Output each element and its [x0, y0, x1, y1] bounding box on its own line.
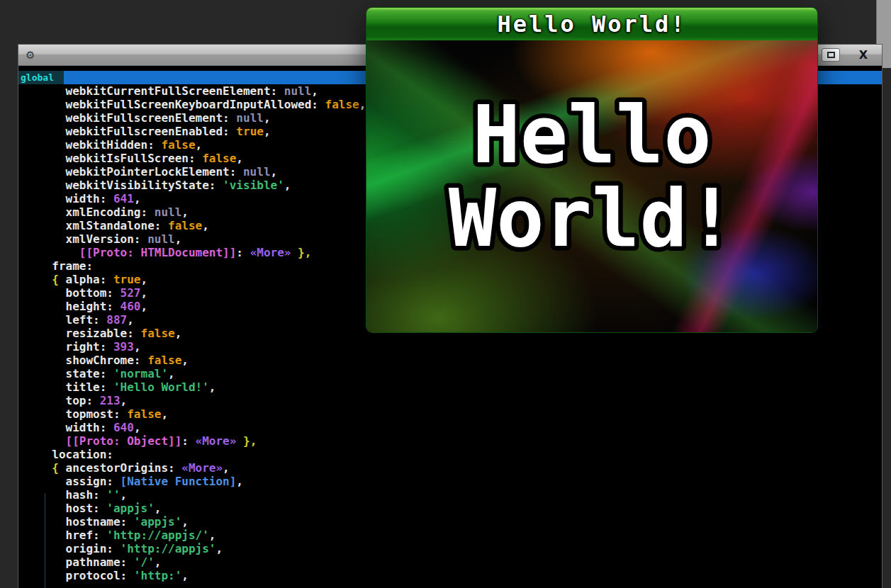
token-null: null: [236, 111, 264, 125]
token-plain: :: [127, 327, 140, 340]
token-key: xmlStandalone: [66, 219, 155, 232]
token-bool: true: [236, 125, 264, 138]
token-plain: ,: [134, 340, 141, 354]
console-line[interactable]: location:: [38, 448, 882, 461]
token-plain: :: [181, 434, 195, 448]
token-key: xmlEncoding: [66, 205, 141, 219]
token-plain: ,: [209, 380, 216, 394]
token-bool: false: [147, 354, 181, 367]
token-num: 460: [121, 300, 141, 313]
token-plain: ,: [141, 300, 148, 313]
token-plain: ,: [134, 421, 141, 434]
token-key: ancestorOrigins: [66, 461, 169, 475]
token-plain: :: [100, 421, 113, 434]
console-line[interactable]: right: 393,: [38, 340, 882, 354]
console-line[interactable]: width: 640,: [38, 421, 882, 434]
token-bool: false: [168, 219, 202, 232]
token-plain: :: [100, 367, 113, 380]
token-bool: false: [127, 407, 161, 421]
token-key: webkitFullscreenEnabled: [66, 125, 223, 138]
token-plain: ,: [264, 111, 271, 125]
token-key: webkitCurrentFullScreenElement: [66, 84, 271, 98]
console-line[interactable]: title: 'Hello World!',: [38, 380, 882, 394]
hello-window-body: Hello World!: [366, 40, 817, 332]
token-str: '': [106, 488, 120, 502]
token-key: host: [66, 502, 94, 515]
console-line[interactable]: assign: [Native Function],: [38, 475, 882, 488]
console-line[interactable]: href: 'http://appjs/',: [38, 528, 882, 542]
token-proto: [[Proto: Object]]: [66, 434, 182, 448]
hello-window-titlebar[interactable]: Hello World!: [366, 8, 817, 40]
token-plain: :: [100, 192, 113, 205]
console-line[interactable]: hash: '',: [38, 488, 882, 502]
maximize-button[interactable]: [822, 48, 840, 62]
more-link[interactable]: «More»: [250, 246, 291, 259]
token-plain: ,: [264, 125, 271, 138]
token-plain: :: [223, 111, 236, 125]
token-brace: {: [52, 461, 65, 475]
console-line[interactable]: pathname: '/',: [38, 555, 882, 569]
console-line[interactable]: hostname: 'appjs',: [38, 515, 882, 528]
token-num: 640: [113, 421, 134, 434]
token-str: 'appjs': [106, 502, 154, 515]
token-plain: :: [230, 165, 243, 179]
token-plain: ,: [181, 205, 189, 219]
token-plain: :: [121, 515, 134, 528]
token-key: left: [66, 313, 94, 327]
token-plain: ,: [175, 232, 182, 246]
token-plain: ,: [175, 327, 182, 340]
token-plain: :: [93, 488, 106, 502]
token-plain: ,: [311, 84, 318, 98]
console-line[interactable]: top: 213,: [38, 394, 882, 407]
token-key: topmost: [66, 407, 113, 421]
token-plain: :: [168, 461, 181, 475]
console-line[interactable]: topmost: false,: [38, 407, 882, 421]
more-link[interactable]: «More»: [196, 434, 237, 448]
close-button[interactable]: X: [855, 48, 872, 62]
token-plain: ,: [196, 138, 203, 152]
token-key: resizable: [66, 327, 128, 340]
token-key: width: [66, 192, 100, 205]
maximize-icon: [827, 52, 835, 58]
token-plain: ,: [284, 179, 291, 192]
console-line[interactable]: host: 'appjs',: [38, 502, 882, 515]
console-line[interactable]: state: 'normal',: [38, 367, 882, 380]
token-null: null: [147, 232, 175, 246]
selected-row-label: global: [18, 71, 64, 84]
hello-world-window: Hello World! Hello World!: [366, 7, 818, 333]
console-line[interactable]: origin: 'http://appjs',: [38, 542, 882, 555]
token-plain: :: [100, 340, 113, 354]
token-key: pathname: [66, 555, 121, 569]
hello-big-line1: Hello: [472, 89, 711, 181]
token-str: '/': [134, 555, 155, 569]
token-plain: ,: [141, 273, 148, 286]
token-plain: ,: [236, 152, 243, 165]
console-line[interactable]: showChrome: false,: [38, 354, 882, 367]
desktop: ⚙ X global webkitCurrentFullScreenElemen…: [0, 0, 891, 588]
hello-window-title: Hello World!: [497, 11, 686, 38]
token-plain: :: [223, 125, 236, 138]
console-line[interactable]: protocol: 'http:',: [38, 569, 882, 582]
token-plain: :: [147, 138, 161, 152]
token-plain: :: [141, 205, 155, 219]
token-key: title: [66, 380, 100, 394]
token-plain: ,: [127, 313, 134, 327]
token-key: location:: [52, 448, 113, 461]
token-plain: ,: [209, 528, 216, 542]
token-plain: :: [155, 219, 168, 232]
console-line[interactable]: { ancestorOrigins: «More»,: [38, 461, 882, 475]
token-key: hash: [66, 488, 94, 502]
token-plain: :: [100, 273, 113, 286]
token-num: 887: [106, 313, 127, 327]
more-link[interactable]: «More»: [181, 461, 223, 475]
token-key: assign: [66, 475, 107, 488]
token-plain: :: [121, 555, 134, 569]
token-plain: ,: [155, 502, 162, 515]
token-brace: },: [236, 434, 257, 448]
token-key: right: [66, 340, 100, 354]
token-bool: false: [202, 152, 236, 165]
token-bool: true: [113, 273, 141, 286]
token-plain: ,: [161, 407, 168, 421]
token-plain: :: [113, 407, 127, 421]
console-line[interactable]: [[Proto: Object]]: «More» },: [38, 434, 882, 448]
